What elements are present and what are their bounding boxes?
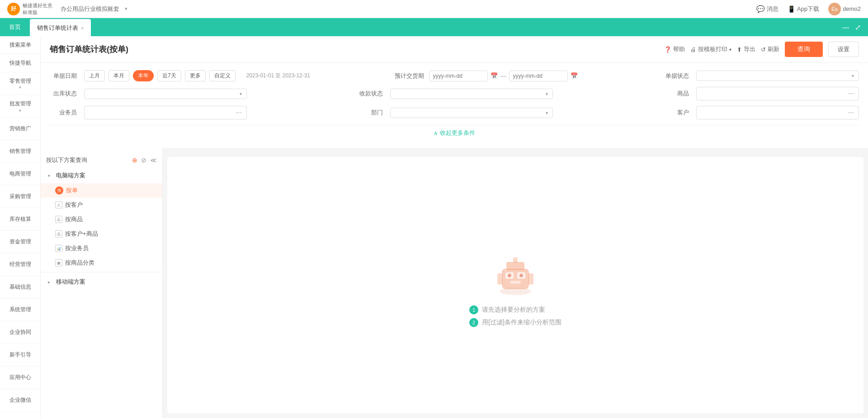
calendar-start-icon[interactable]: 📅 xyxy=(491,72,498,79)
sidebar-item-sales[interactable]: 销售管理 xyxy=(0,140,40,163)
scheme-by-customer-product[interactable]: 品 按客户+商品 xyxy=(41,227,162,241)
sidebar-item-inventory[interactable]: 库存核算 xyxy=(0,208,40,231)
refresh-scheme-icon[interactable]: ⊘ xyxy=(141,157,146,164)
svg-point-4 xyxy=(508,274,511,277)
pc-scheme-group[interactable]: ▾ 电脑端方案 xyxy=(41,168,162,183)
dept-label: 部门 xyxy=(356,109,383,117)
customer-input[interactable]: ··· xyxy=(696,106,859,119)
sidebar-item-purchase[interactable]: 采购管理 xyxy=(0,185,40,208)
tab-close-icon[interactable]: × xyxy=(81,25,84,31)
product-label: 商品 xyxy=(662,90,689,98)
scheme-by-customer[interactable]: 人 按客户 xyxy=(41,198,162,212)
product-input[interactable]: ··· xyxy=(696,87,859,100)
pc-scheme-label: 电脑端方案 xyxy=(56,171,85,180)
doc-status-dropdown-icon: ▾ xyxy=(852,73,854,78)
filter-row-business: 业务员 ··· 部门 ▾ 客户 ··· xyxy=(50,106,859,119)
collapse-arrow-icon: ∧ xyxy=(434,130,438,137)
sidebar-item-retail[interactable]: 零售管理 ▾ xyxy=(0,72,40,95)
empty-illustration xyxy=(488,244,542,298)
mobile-scheme-group[interactable]: ▸ 移动端方案 xyxy=(41,274,162,290)
salesman-more-icon[interactable]: ··· xyxy=(236,109,242,117)
query-button[interactable]: 查询 xyxy=(785,42,823,57)
user-area[interactable]: Ea demo2 xyxy=(828,3,861,15)
sidebar-item-system[interactable]: 系统管理 xyxy=(0,299,40,321)
app-download-button[interactable]: 📱 App下载 xyxy=(788,5,819,13)
by-salesman-icon: 📊 xyxy=(55,245,62,252)
right-content: 1 请先选择要分析的方案 2 用[过滤]条件来缩小分析范围 xyxy=(163,148,868,418)
message-button[interactable]: 💬 消息 xyxy=(756,5,778,13)
main-content: 搜索菜单 快捷导航 零售管理 ▾ 批发管理 ▴ 营销推广 销售管理 电商管理 采… xyxy=(0,36,868,418)
ship-status-select[interactable]: ▾ xyxy=(84,89,247,99)
customer-label: 客户 xyxy=(662,109,689,117)
tab-sales-order-stats[interactable]: 销售订单统计表 × xyxy=(30,19,91,37)
svg-rect-10 xyxy=(528,273,533,285)
sidebar-item-member[interactable]: 畅会员 xyxy=(0,412,40,418)
svg-rect-6 xyxy=(510,281,521,284)
sidebar-item-wechat[interactable]: 企业微信 xyxy=(0,389,40,412)
by-order-icon: 按 xyxy=(55,186,63,195)
payment-status-label: 收款状态 xyxy=(356,90,383,98)
date-btn-more[interactable]: 更多 xyxy=(185,70,206,81)
sidebar-search-item[interactable]: 搜索菜单 xyxy=(0,36,40,54)
empty-hint-2: 2 用[过滤]条件来缩小分析范围 xyxy=(469,318,561,327)
salesman-input[interactable]: ··· xyxy=(84,106,247,119)
sidebar-item-operations[interactable]: 经营管理 xyxy=(0,253,40,276)
sidebar-quick-nav-item[interactable]: 快捷导航 xyxy=(0,54,40,72)
add-scheme-icon[interactable]: ⊕ xyxy=(132,157,137,164)
filter-row-status: 出库状态 ▾ 收款状态 ▾ 商品 ··· xyxy=(50,87,859,100)
tab-home[interactable]: 首页 xyxy=(0,18,30,36)
sidebar-item-newbie[interactable]: 新手引导 xyxy=(0,344,40,366)
product-more-icon[interactable]: ··· xyxy=(848,90,854,98)
export-button[interactable]: ⬆ 导出 xyxy=(737,45,755,53)
dept-select[interactable]: ▾ xyxy=(390,108,553,118)
help-button[interactable]: ❓ 帮助 xyxy=(664,45,685,53)
payment-status-dropdown-icon: ▾ xyxy=(546,91,548,96)
collapse-panel-icon[interactable]: ≪ xyxy=(150,157,157,164)
scheme-by-category[interactable]: ▦ 按商品分类 xyxy=(41,256,162,270)
svg-rect-9 xyxy=(497,273,503,285)
expected-date-start-input[interactable] xyxy=(429,71,488,81)
avatar: Ea xyxy=(828,3,841,15)
sidebar-item-ecommerce[interactable]: 电商管理 xyxy=(0,163,40,185)
sidebar-item-marketing[interactable]: 营销推广 xyxy=(0,118,40,140)
sidebar-item-finance[interactable]: 资金管理 xyxy=(0,231,40,253)
page-title-row: 销售订单统计表(按单) ❓ 帮助 🖨 按模板打印 ▾ ⬆ 导出 xyxy=(50,42,859,57)
settings-button[interactable]: 设置 xyxy=(828,42,859,57)
date-btn-this-year[interactable]: 本年 xyxy=(133,70,154,81)
empty-svg-icon xyxy=(488,244,542,298)
print-button[interactable]: 🖨 按模板打印 ▾ xyxy=(690,45,731,53)
tab-maximize-button[interactable]: ⤢ xyxy=(855,23,861,32)
scheme-by-salesman[interactable]: 📊 按业务员 xyxy=(41,241,162,256)
sidebar-item-app-center[interactable]: 应用中心 xyxy=(0,366,40,389)
svg-rect-7 xyxy=(506,262,524,270)
scheme-by-order[interactable]: 按 按单 xyxy=(41,183,162,198)
help-icon: ❓ xyxy=(664,46,671,53)
top-bar: 好 畅捷通好生意 标准版 办公用品行业模拟账套 ▾ 💬 消息 📱 App下载 E… xyxy=(0,0,868,18)
wholesale-expand-icon: ▴ xyxy=(19,108,21,112)
dropdown-arrow-icon[interactable]: ▾ xyxy=(125,6,127,12)
date-btn-custom[interactable]: 自定义 xyxy=(209,70,236,81)
date-btn-last-month[interactable]: 上月 xyxy=(84,70,105,81)
payment-status-select[interactable]: ▾ xyxy=(390,89,553,99)
page-area: 销售订单统计表(按单) ❓ 帮助 🖨 按模板打印 ▾ ⬆ 导出 xyxy=(41,36,868,418)
collapse-filter-button[interactable]: ∧ 收起更多条件 xyxy=(50,125,859,141)
scheme-by-product[interactable]: 品 按商品 xyxy=(41,212,162,227)
date-btn-last-7-days[interactable]: 近7天 xyxy=(157,70,181,81)
sidebar-item-enterprise[interactable]: 企业协同 xyxy=(0,321,40,344)
date-dash: — xyxy=(500,72,506,79)
doc-status-select[interactable]: ▾ xyxy=(696,71,859,81)
refresh-button[interactable]: ↺ 刷新 xyxy=(761,45,779,53)
calendar-end-icon[interactable]: 📅 xyxy=(571,72,578,79)
customer-more-icon[interactable]: ··· xyxy=(848,109,854,117)
date-range-selector: 上月 本月 本年 近7天 更多 自定义 xyxy=(84,70,236,81)
retail-expand-icon: ▾ xyxy=(19,85,21,90)
logo-area: 好 畅捷通好生意 标准版 xyxy=(7,2,52,15)
sidebar-item-basic-info[interactable]: 基础信息 xyxy=(0,276,40,299)
tab-bar: 首页 销售订单统计表 × — ⤢ xyxy=(0,18,868,36)
date-btn-this-month[interactable]: 本月 xyxy=(108,70,129,81)
by-customer-icon: 人 xyxy=(55,201,62,209)
expected-date-end-input[interactable] xyxy=(509,71,568,81)
tab-minimize-button[interactable]: — xyxy=(842,23,849,31)
hint-num-1: 1 xyxy=(469,305,478,314)
sidebar-item-wholesale[interactable]: 批发管理 ▴ xyxy=(0,95,40,118)
